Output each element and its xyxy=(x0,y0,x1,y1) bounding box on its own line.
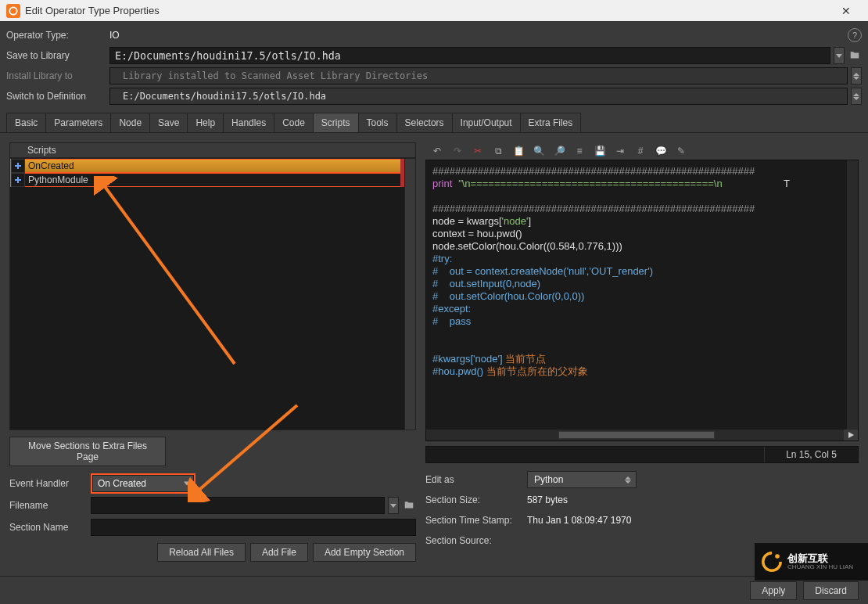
chevron-down-icon xyxy=(184,482,190,486)
section-time-label: Section Time Stamp: xyxy=(425,515,527,526)
section-name-label: Section Name xyxy=(9,522,88,533)
export-icon[interactable]: ⇥ xyxy=(613,144,627,158)
tab-save[interactable]: Save xyxy=(149,113,188,132)
op-type-label: Operator Type: xyxy=(6,30,106,41)
file-picker-icon[interactable] xyxy=(848,49,862,63)
switch-def-value[interactable]: E:/Documents/houdini17.5/otls/IO.hda xyxy=(109,88,848,105)
help-icon[interactable]: ? xyxy=(848,28,862,42)
move-sections-button[interactable]: Move Sections to Extra Files Page xyxy=(9,437,166,466)
chat-icon[interactable]: 💬 xyxy=(654,144,668,158)
code-editor[interactable]: ########################################… xyxy=(425,160,859,441)
filename-input[interactable] xyxy=(91,497,385,514)
script-name: PythonModule xyxy=(25,174,400,185)
editor-vscroll[interactable] xyxy=(847,160,858,430)
editor-status: Ln 15, Col 5 xyxy=(425,446,859,463)
paste-icon[interactable]: 📋 xyxy=(511,144,525,158)
event-handler-combo[interactable]: On Created xyxy=(92,475,194,492)
undo-icon[interactable]: ↶ xyxy=(430,144,444,158)
script-row-oncreated[interactable]: OnCreated xyxy=(10,159,415,173)
edit-as-value: Python xyxy=(534,474,563,485)
discard-button[interactable]: Discard xyxy=(803,581,859,600)
save-lib-dropdown[interactable] xyxy=(834,47,845,64)
event-handler-value: On Created xyxy=(98,478,146,489)
editor-hscroll[interactable] xyxy=(426,430,847,440)
section-source-label: Section Source: xyxy=(425,535,527,546)
comment-icon[interactable]: # xyxy=(633,144,647,158)
tab-extra-files[interactable]: Extra Files xyxy=(520,113,582,132)
script-row-pythonmodule[interactable]: PythonModule xyxy=(10,173,415,187)
edit-as-label: Edit as xyxy=(425,474,527,485)
section-size-value: 587 bytes xyxy=(527,494,568,505)
bottom-bar: Apply Discard xyxy=(0,576,868,604)
section-name-input[interactable] xyxy=(91,519,416,536)
search-icon[interactable]: 🔍 xyxy=(532,144,546,158)
goto-line-icon[interactable]: ≡ xyxy=(572,144,586,158)
switch-def-spin[interactable] xyxy=(851,88,862,105)
install-lib-label: Install Library to xyxy=(6,70,106,81)
event-handler-label: Event Handler xyxy=(9,478,88,489)
titlebar: Edit Operator Type Properties ✕ xyxy=(0,0,868,22)
top-form: Operator Type: IO ? Save to Library Inst… xyxy=(0,22,868,110)
apply-button[interactable]: Apply xyxy=(750,581,797,600)
edit-as-combo[interactable]: Python xyxy=(527,471,637,488)
app-logo xyxy=(6,4,20,18)
add-file-button[interactable]: Add File xyxy=(250,543,308,562)
tabs: BasicParametersNodeSaveHelpHandlesCodeSc… xyxy=(0,113,868,133)
tab-scripts[interactable]: Scripts xyxy=(313,113,359,132)
svg-point-1 xyxy=(775,554,780,559)
save-icon[interactable]: 💾 xyxy=(593,144,607,158)
save-lib-label: Save to Library xyxy=(6,50,106,61)
tab-help[interactable]: Help xyxy=(187,113,224,132)
tab-code[interactable]: Code xyxy=(274,113,314,132)
file-picker-icon[interactable] xyxy=(402,498,416,512)
section-size-label: Section Size: xyxy=(425,494,527,505)
copy-icon[interactable]: ⧉ xyxy=(491,144,505,158)
edit-icon[interactable]: ✎ xyxy=(674,144,688,158)
cursor-position: Ln 15, Col 5 xyxy=(764,447,858,462)
tab-basic[interactable]: Basic xyxy=(6,113,46,132)
script-name: OnCreated xyxy=(25,160,400,171)
svg-point-0 xyxy=(9,7,16,14)
plus-icon[interactable] xyxy=(11,173,25,187)
add-empty-section-button[interactable]: Add Empty Section xyxy=(313,543,416,562)
filename-dropdown[interactable] xyxy=(388,497,399,514)
op-type-value: IO xyxy=(109,30,845,41)
tab-handles[interactable]: Handles xyxy=(223,113,274,132)
section-time-value: Thu Jan 1 08:09:47 1970 xyxy=(527,515,631,526)
plus-icon[interactable] xyxy=(11,159,25,173)
watermark: 创新互联 CHUANG XIN HU LIAN xyxy=(755,543,868,581)
reload-all-button[interactable]: Reload All Files xyxy=(157,543,246,562)
filename-label: Filename xyxy=(9,500,88,511)
play-icon[interactable] xyxy=(844,430,858,440)
find-replace-icon[interactable]: 🔎 xyxy=(552,144,566,158)
redo-icon[interactable]: ↷ xyxy=(450,144,464,158)
tab-parameters[interactable]: Parameters xyxy=(45,113,111,132)
tab-selectors[interactable]: Selectors xyxy=(396,113,453,132)
cut-icon[interactable]: ✂ xyxy=(471,144,485,158)
switch-def-label: Switch to Definition xyxy=(6,91,106,102)
scripts-header: Scripts xyxy=(9,142,416,158)
window-title: Edit Operator Type Properties xyxy=(25,5,830,16)
editor-toolbar: ↶ ↷ ✂ ⧉ 📋 🔍 🔎 ≡ 💾 ⇥ # 💬 ✎ xyxy=(425,142,859,160)
tab-tools[interactable]: Tools xyxy=(358,113,397,132)
tab-node[interactable]: Node xyxy=(110,113,150,132)
watermark-logo xyxy=(761,551,783,573)
install-lib-value: Library installed to Scanned Asset Libra… xyxy=(109,67,848,84)
close-button[interactable]: ✕ xyxy=(830,5,862,17)
install-lib-spin[interactable] xyxy=(851,67,862,84)
scrollbar[interactable] xyxy=(404,159,415,430)
save-lib-input[interactable] xyxy=(109,47,830,64)
scripts-list: OnCreated PythonModule xyxy=(9,158,416,430)
tab-input-output[interactable]: Input/Output xyxy=(452,113,521,132)
